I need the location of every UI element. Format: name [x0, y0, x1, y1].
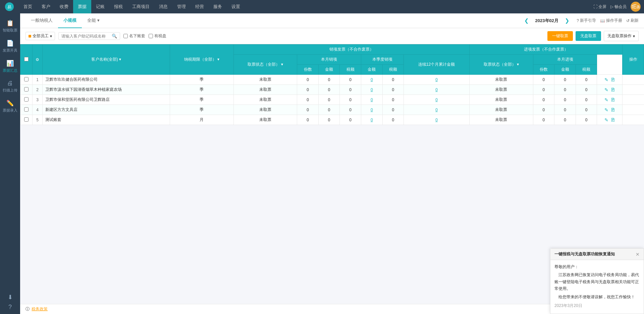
row-month-amount: 0: [318, 85, 340, 95]
nav-business[interactable]: 工商项目: [127, 0, 154, 13]
row-month-tax: 0: [340, 105, 361, 115]
row-in-amount: 0: [554, 95, 576, 105]
no-disk-op-button[interactable]: 无盘取票操作 ▾: [604, 31, 639, 41]
tax-policy-link[interactable]: 税务政策: [32, 306, 48, 312]
tab-general-taxpayer[interactable]: 一般纳税人: [25, 13, 58, 28]
row-sales-status: 未取票: [233, 85, 297, 95]
select-all-checkbox[interactable]: [24, 57, 29, 61]
nav-bookkeep[interactable]: 记账: [91, 0, 109, 13]
sub-header: 一般纳税人 小规模 全能 ▾ ❮ 2023年02月 ❯ ? 新手引导 📖 操作手…: [20, 13, 644, 28]
has-tax-disk-checkbox[interactable]: [149, 34, 153, 38]
nav-operation[interactable]: 经营: [191, 0, 209, 13]
help-icon[interactable]: ?: [8, 304, 12, 311]
row-num: 5: [33, 115, 43, 125]
row-period: 月: [170, 115, 233, 125]
row-checkbox[interactable]: [20, 75, 33, 85]
no-disk-fetch-button[interactable]: 无盘取票: [576, 31, 601, 41]
tab-all[interactable]: 全能 ▾: [82, 13, 105, 28]
has-tax-disk-filter[interactable]: 有税盘: [149, 33, 166, 39]
smart-fetch-icon: 📋: [6, 19, 14, 27]
detail-icon[interactable]: 🖹: [610, 77, 615, 82]
own-accounts-filter[interactable]: 名下账套: [123, 33, 145, 39]
notif-close-button[interactable]: ✕: [636, 252, 640, 257]
nav-message[interactable]: 消息: [154, 0, 172, 13]
nav-invoice[interactable]: 票据: [73, 0, 91, 13]
detail-icon[interactable]: 🖹: [610, 87, 615, 92]
search-box: 🔍: [58, 32, 120, 40]
own-accounts-checkbox[interactable]: [123, 34, 128, 38]
detail-icon[interactable]: 🖹: [610, 117, 615, 123]
row-actions: ✎ 🖹: [597, 95, 623, 105]
notif-title: 一键报税与无盘取票功能恢复通知: [554, 251, 615, 257]
row-checkbox[interactable]: [20, 85, 33, 95]
th-tax-period: 纳税期限（全部） ▾: [170, 45, 233, 75]
sidebar-item-smart-fetch[interactable]: 📋 智能取票: [1, 17, 19, 36]
row-actions: ✎ 🖹: [597, 75, 623, 85]
row-quarter-tax: 0: [382, 95, 404, 105]
detail-icon[interactable]: 🖹: [610, 107, 615, 113]
row-month-tax: 0: [340, 85, 361, 95]
edit-icon[interactable]: ✎: [604, 77, 608, 82]
filter-label: 全部员工: [33, 33, 49, 39]
row-sales-status: 未取票: [233, 115, 297, 125]
nav-home[interactable]: 首页: [19, 0, 37, 13]
edit-icon[interactable]: ✎: [604, 107, 608, 113]
th-monthly-sales: 本月销项: [297, 55, 361, 65]
manual-button[interactable]: 📖 操作手册: [600, 18, 622, 23]
th-cumulative: 连续12个月累计金额: [404, 55, 470, 75]
sidebar-item-invoice-issue[interactable]: 📄 发票开具: [1, 37, 19, 56]
nav-manage[interactable]: 管理: [172, 0, 191, 13]
row-quarter-tax: 0: [382, 75, 404, 85]
avatar[interactable]: tEa: [631, 2, 641, 12]
row-customer-name: 卫辉市汲水镇下园湖香烟草木种植家庭农场: [43, 85, 170, 95]
prev-month-button[interactable]: ❮: [522, 17, 531, 24]
own-accounts-label: 名下账套: [129, 33, 145, 39]
edit-icon[interactable]: ✎: [604, 97, 608, 103]
row-quarter-amount: 0: [361, 95, 382, 105]
notif-date: 2023年3月20日: [554, 302, 640, 309]
th-ms-tax: 税额: [340, 65, 361, 75]
tab-small-scale[interactable]: 小规模: [58, 13, 82, 28]
nav-customer[interactable]: 客户: [37, 0, 55, 13]
nav-fee[interactable]: 收费: [55, 0, 73, 13]
row-in-shares: 0: [533, 115, 554, 125]
search-input[interactable]: [61, 34, 112, 39]
download-icon[interactable]: ⬇: [8, 294, 13, 301]
row-checkbox[interactable]: [20, 95, 33, 105]
next-month-button[interactable]: ❯: [563, 17, 571, 24]
search-button[interactable]: 🔍: [112, 34, 117, 39]
row-quarter-amount: 0: [361, 75, 382, 85]
refresh-button[interactable]: ↺ 刷新: [626, 18, 639, 23]
row-cumulative: 0: [404, 105, 470, 115]
sidebar-item-invoice-summary[interactable]: 📊 票据汇总: [1, 57, 19, 76]
row-customer-name: 卫辉市玖玖健合医药有限公司: [43, 75, 170, 85]
has-tax-disk-label: 有税盘: [154, 33, 166, 39]
sidebar-item-scan-upload[interactable]: 🖨 扫描上传: [1, 77, 19, 96]
detail-icon[interactable]: 🖹: [610, 97, 615, 103]
row-in-shares: 0: [533, 75, 554, 85]
employee-filter[interactable]: 全部员工 ▾: [25, 32, 55, 40]
row-checkbox[interactable]: [20, 115, 33, 125]
nav-settings[interactable]: 设置: [227, 0, 245, 13]
edit-icon[interactable]: ✎: [604, 117, 608, 123]
sidebar-item-invoice-entry[interactable]: ✏️ 票据录入: [1, 97, 19, 116]
row-quarter-amount: 0: [361, 115, 382, 125]
row-period: 季: [170, 95, 233, 105]
toolbar: 全部员工 ▾ 🔍 名下账套 有税盘 一键取票 无盘取票 无盘取票操作 ▾: [20, 28, 644, 44]
row-checkbox[interactable]: [20, 105, 33, 115]
invoice-issue-icon: 📄: [6, 40, 14, 47]
fullscreen-button[interactable]: ⛶ 全屏: [593, 4, 606, 10]
one-key-fetch-button[interactable]: 一键取票: [547, 31, 573, 41]
vip-button[interactable]: ▷ 畅会员: [610, 4, 627, 10]
invoice-entry-icon: ✏️: [6, 100, 14, 107]
edit-icon[interactable]: ✎: [604, 87, 608, 92]
row-in-tax: 0: [576, 95, 597, 105]
nav-tax[interactable]: 报税: [109, 0, 127, 13]
nav-service[interactable]: 服务: [209, 0, 227, 13]
notif-body: 尊敬的用户： 江苏政务网已恢复访问电子税务局功能，易代账一键登陆电子税务局与无盘…: [550, 260, 644, 314]
sidebar-label-scan-upload: 扫描上传: [3, 88, 17, 93]
new-guide-button[interactable]: ? 新手引导: [577, 18, 596, 23]
main-layout: 📋 智能取票 📄 发票开具 📊 票据汇总 🖨 扫描上传 ✏️ 票据录入 ⬇ ? …: [0, 13, 644, 314]
row-in-shares: 0: [533, 105, 554, 115]
table-row: 1 卫辉市玖玖健合医药有限公司 季 未取票 0 0 0 0 0 0 未取票 0 …: [20, 75, 644, 85]
